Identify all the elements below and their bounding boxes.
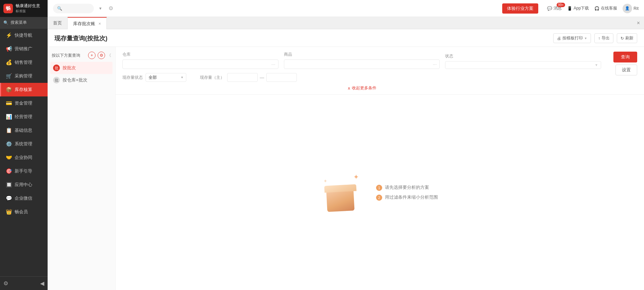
sidebar-item-member[interactable]: 👑 畅会员 xyxy=(0,205,48,219)
plus-icon: + xyxy=(90,53,93,58)
inventory-qty-to[interactable] xyxy=(266,73,297,82)
sidebar-item-operation[interactable]: 📊 经营管理 xyxy=(0,110,48,124)
sidebar-item-label: 采购管理 xyxy=(15,73,32,79)
print-icon: 🖨 xyxy=(557,36,561,41)
sidebar-item-purchase[interactable]: 🛒 采购管理 xyxy=(0,69,48,83)
app-subtitle: 标准版 xyxy=(16,9,40,14)
sidebar-item-system[interactable]: ⚙️ 系统管理 xyxy=(0,137,48,151)
inventory-status-select-wrapper: 全部 有库存 无库存 xyxy=(146,73,186,82)
sidebar-item-label: 系统管理 xyxy=(15,141,32,147)
settings-bottom-icon[interactable]: ⚙ xyxy=(3,280,8,287)
search-menu[interactable]: 🔍 搜索菜单 xyxy=(0,17,48,29)
empty-illustration: ✦ ✦ xyxy=(322,172,362,213)
app-download-btn[interactable]: 📱 App下载 xyxy=(567,5,589,11)
collapse-icon: ∧ xyxy=(348,86,351,91)
enterprise-icon: 🤝 xyxy=(6,155,12,161)
warehouse-dots-icon[interactable]: ··· xyxy=(271,61,275,67)
tip2-text: 用过滤条件来缩小分析范围 xyxy=(385,194,438,200)
scheme-label: 按仓库+批次 xyxy=(63,77,87,83)
sidebar-item-label: 销售管理 xyxy=(15,59,32,66)
system-icon: ⚙️ xyxy=(6,141,12,147)
scheme-item-by-warehouse-batch[interactable]: 批 按仓库+批次 xyxy=(50,74,113,86)
inventory-qty-field: 现存量（主） — xyxy=(200,73,297,82)
page-actions: 🖨 按模板打印 ▼ ↑ 导出 ↻ 刷新 xyxy=(553,33,637,43)
settings-btn[interactable]: 设置 xyxy=(615,65,637,75)
sidebar-item-wechat[interactable]: 💬 企业微信 xyxy=(0,192,48,205)
warehouse-label: 仓库 xyxy=(122,52,278,57)
sidebar-item-label: 畅会员 xyxy=(15,209,28,215)
scheme-settings-btn[interactable]: ⚙ xyxy=(98,52,105,59)
product-input[interactable]: ··· xyxy=(284,59,440,69)
operation-icon: 📊 xyxy=(6,114,12,120)
trial-btn[interactable]: 体验行业方案 xyxy=(502,3,538,14)
purchase-icon: 🛒 xyxy=(6,73,12,79)
sidebar-nav: ⚡ 快捷导航 📢 营销推广 💰 销售管理 🛒 采购管理 📦 库存核算 💳 资金管… xyxy=(0,29,48,276)
panel-close-btn[interactable]: × xyxy=(633,20,644,26)
collapse-btn[interactable]: ∧ 收起更多条件 xyxy=(348,85,376,91)
export-icon: ↑ xyxy=(598,36,600,41)
sidebar-item-label: 营销推广 xyxy=(15,46,32,52)
header-search-icon: 🔍 xyxy=(57,6,62,11)
export-label: 导出 xyxy=(601,35,610,41)
messages-btn[interactable]: 💬 消息 99+ xyxy=(547,5,562,11)
online-service-btn[interactable]: 🎧 在线客服 xyxy=(594,5,617,11)
sidebar-item-label: 应用中心 xyxy=(15,182,32,188)
warehouse-input[interactable]: ··· xyxy=(122,59,278,69)
user-menu[interactable]: 👤 Rit xyxy=(623,4,639,13)
collapse-panel-icon[interactable]: 《 xyxy=(107,53,111,58)
inventory-qty-from[interactable] xyxy=(227,73,258,82)
sidebar-bottom: ⚙ ◀ xyxy=(0,276,48,290)
tab-home[interactable]: 首页 xyxy=(48,17,68,29)
print-template-btn[interactable]: 🖨 按模板打印 ▼ xyxy=(553,33,591,43)
sidebar-item-marketing[interactable]: 📢 营销推广 xyxy=(0,42,48,56)
content-layout: 按以下方案查询 + ⚙ 《 批 按批次 xyxy=(48,47,644,290)
gear-header-icon[interactable]: ⚙ xyxy=(108,5,113,12)
export-btn[interactable]: ↑ 导出 xyxy=(594,33,613,43)
sidebar-item-finance[interactable]: 💳 资金管理 xyxy=(0,96,48,110)
product-dots-icon[interactable]: ··· xyxy=(433,61,437,67)
empty-tip-1: 1 请先选择要分析的方案 xyxy=(376,184,438,191)
sidebar-item-sales[interactable]: 💰 销售管理 xyxy=(0,56,48,69)
gear-small-icon: ⚙ xyxy=(100,53,103,58)
sparkle-small-icon: ✦ xyxy=(323,178,327,184)
tab-close-icon[interactable]: × xyxy=(99,21,101,26)
inventory-status-label: 现存量状态 xyxy=(122,75,143,80)
status-select[interactable]: ▼ xyxy=(445,61,601,69)
empty-state: ✦ ✦ 1 请先选择要分析的方案 2 用过滤条件来缩小分析范围 xyxy=(116,95,644,290)
filter-area: 仓库 ··· 商品 xyxy=(116,47,644,95)
scheme-icon-red: 批 xyxy=(53,65,60,71)
basic-icon: 📋 xyxy=(6,127,12,133)
refresh-label: 刷新 xyxy=(625,35,633,41)
header-search-bar[interactable]: 🔍 xyxy=(53,4,94,13)
sidebar-item-appstore[interactable]: 🔲 应用中心 xyxy=(0,178,48,192)
print-label: 按模板打印 xyxy=(562,35,583,41)
sidebar-item-inventory[interactable]: 📦 库存核算 xyxy=(0,83,48,96)
status-caret-icon: ▼ xyxy=(595,63,598,67)
app-download-label: App下载 xyxy=(574,5,589,11)
add-scheme-btn[interactable]: + xyxy=(88,52,96,59)
sidebar-item-basic[interactable]: 📋 基础信息 xyxy=(0,124,48,137)
collapse-sidebar-icon[interactable]: ◀ xyxy=(40,280,44,287)
shortcut-icon: ⚡ xyxy=(6,32,12,38)
main-area: 🔍 ▾ ⚙ 体验行业方案 💬 消息 99+ 📱 App下载 🎧 在线客服 👤 xyxy=(48,0,644,290)
empty-tips: 1 请先选择要分析的方案 2 用过滤条件来缩小分析范围 xyxy=(376,184,438,201)
sidebar-item-shortcut[interactable]: ⚡ 快捷导航 xyxy=(0,29,48,42)
print-caret-icon: ▼ xyxy=(584,37,587,40)
left-panel-title: 按以下方案查询 xyxy=(52,53,80,58)
sidebar-item-newbie[interactable]: 🎯 新手引导 xyxy=(0,164,48,178)
tab-inventory-batch[interactable]: 库存批次账 × xyxy=(68,17,107,29)
appstore-icon: 🔲 xyxy=(6,182,12,188)
tab-inventory-batch-label: 库存批次账 xyxy=(73,21,95,26)
inventory-status-select[interactable]: 全部 有库存 无库存 xyxy=(146,73,186,82)
sidebar-item-enterprise[interactable]: 🤝 企业协同 xyxy=(0,151,48,164)
finance-icon: 💳 xyxy=(6,100,12,106)
query-btn[interactable]: 查询 xyxy=(613,52,637,62)
dropdown-arrow[interactable]: ▾ xyxy=(99,6,102,11)
refresh-btn[interactable]: ↻ 刷新 xyxy=(617,33,637,43)
scheme-item-by-batch[interactable]: 批 按批次 xyxy=(50,62,113,74)
right-area: 仓库 ··· 商品 xyxy=(116,47,644,290)
online-service-label: 在线客服 xyxy=(601,5,617,11)
page-title: 现存量查询(按批次) xyxy=(54,34,107,42)
tabs-bar: 首页 库存批次账 × × xyxy=(48,17,644,29)
inventory-status-field: 现存量状态 全部 有库存 无库存 xyxy=(122,73,186,82)
